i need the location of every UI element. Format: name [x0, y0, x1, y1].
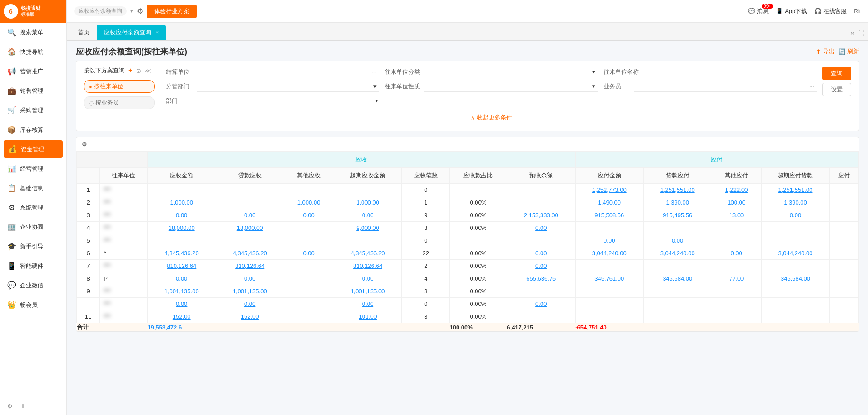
- settlement-unit-dots[interactable]: ···: [372, 68, 377, 75]
- table-cell[interactable]: 1,001,135.00: [216, 285, 284, 298]
- table-cell[interactable]: 1,001,135.00: [334, 285, 402, 298]
- sidebar-item-guide[interactable]: 🎓新手引导: [0, 237, 66, 256]
- table-cell[interactable]: [761, 260, 830, 272]
- table-cell[interactable]: 101.00: [334, 310, 402, 323]
- table-cell[interactable]: 810,126.64: [147, 260, 216, 272]
- table-cell[interactable]: 3,044,240.00: [575, 247, 643, 260]
- column-settings-icon[interactable]: ⚙: [82, 141, 87, 148]
- table-cell[interactable]: 0.00: [334, 298, 402, 310]
- scheme-by-vendor[interactable]: ● 按往来单位: [84, 80, 155, 93]
- table-cell[interactable]: [334, 234, 402, 247]
- table-cell[interactable]: 0.00: [284, 247, 334, 260]
- table-cell[interactable]: 0.00: [216, 209, 284, 222]
- table-cell[interactable]: 18,000.00: [216, 222, 284, 234]
- table-cell[interactable]: 4,345,436.20: [147, 247, 216, 260]
- table-cell[interactable]: 152.00: [147, 310, 216, 323]
- table-cell[interactable]: [507, 234, 575, 247]
- table-cell[interactable]: [712, 260, 761, 272]
- vendor-name-input[interactable]: [642, 67, 817, 77]
- table-cell[interactable]: [216, 184, 284, 196]
- table-cell[interactable]: 0.00: [507, 222, 575, 234]
- table-cell[interactable]: 915,508.56: [575, 209, 643, 222]
- table-cell[interactable]: [507, 184, 575, 196]
- vendor-category-select[interactable]: ▾: [424, 67, 598, 77]
- user-name[interactable]: Rit: [854, 8, 861, 14]
- table-cell[interactable]: [643, 310, 712, 323]
- sidebar-item-wechat[interactable]: 💬企业微信: [0, 276, 66, 295]
- table-cell[interactable]: 915,495.56: [643, 209, 712, 222]
- table-cell[interactable]: 9,000.00: [334, 222, 402, 234]
- pause-icon[interactable]: ⏸: [20, 403, 26, 410]
- table-cell[interactable]: [216, 196, 284, 209]
- table-cell[interactable]: 3,044,240.00: [643, 247, 712, 260]
- table-cell[interactable]: [761, 285, 830, 298]
- sidebar-item-basic[interactable]: 📋基础信息: [0, 178, 66, 198]
- sidebar-item-corp[interactable]: 🏢企业协同: [0, 217, 66, 237]
- table-cell[interactable]: [216, 234, 284, 247]
- scheme-by-salesman[interactable]: ◌ 按业务员: [84, 96, 155, 109]
- table-cell[interactable]: 152.00: [216, 310, 284, 323]
- table-cell[interactable]: [575, 222, 643, 234]
- sidebar-item-capital[interactable]: 💰资金管理: [4, 140, 63, 158]
- table-cell[interactable]: [761, 234, 830, 247]
- table-cell[interactable]: 1,251,551.00: [643, 184, 712, 196]
- tab-expand-icon[interactable]: ⛶: [858, 30, 864, 37]
- table-cell[interactable]: 0.00: [507, 298, 575, 310]
- export-button[interactable]: ⬆ 导出: [816, 48, 835, 56]
- table-cell[interactable]: 1,490.00: [575, 196, 643, 209]
- table-cell[interactable]: [643, 298, 712, 310]
- tab-home[interactable]: 首页: [71, 25, 97, 40]
- table-cell[interactable]: 810,126.64: [334, 260, 402, 272]
- table-cell[interactable]: [712, 298, 761, 310]
- sidebar-item-member[interactable]: 👑畅会员: [0, 295, 66, 315]
- table-cell[interactable]: 0.00: [507, 260, 575, 272]
- refresh-button[interactable]: 🔄 刷新: [838, 48, 859, 56]
- table-cell[interactable]: [284, 222, 334, 234]
- salesman-dots[interactable]: ···: [809, 83, 814, 90]
- table-cell[interactable]: [712, 285, 761, 298]
- table-cell[interactable]: [147, 234, 216, 247]
- table-cell[interactable]: [284, 234, 334, 247]
- table-cell[interactable]: 0.00: [643, 234, 712, 247]
- table-cell[interactable]: 1,390.00: [643, 196, 712, 209]
- table-cell[interactable]: [284, 184, 334, 196]
- message-button[interactable]: 💬 消息 99+: [748, 7, 769, 15]
- table-cell[interactable]: [643, 285, 712, 298]
- table-cell[interactable]: [284, 260, 334, 272]
- table-cell[interactable]: 0.00: [284, 209, 334, 222]
- sidebar-item-system[interactable]: ⚙系统管理: [0, 198, 66, 217]
- gear-icon[interactable]: ⚙: [7, 403, 13, 410]
- table-cell[interactable]: 1,222.00: [712, 184, 761, 196]
- setting-button[interactable]: 设置: [822, 83, 851, 96]
- collapse-scheme-icon[interactable]: ≪: [145, 67, 151, 74]
- vendor-nature-select[interactable]: ▾: [424, 81, 598, 92]
- table-cell[interactable]: 0.00: [147, 209, 216, 222]
- table-cell[interactable]: [761, 298, 830, 310]
- collapse-button[interactable]: ∧ 收起更多条件: [166, 110, 817, 125]
- table-cell[interactable]: 345,761.00: [575, 272, 643, 285]
- sidebar-item-operations[interactable]: 📊经营管理: [0, 159, 66, 178]
- table-cell[interactable]: 1,390.00: [761, 196, 830, 209]
- table-cell[interactable]: [643, 260, 712, 272]
- table-cell[interactable]: 1,000.00: [284, 196, 334, 209]
- table-cell[interactable]: [575, 298, 643, 310]
- settings-scheme-icon[interactable]: ⊙: [136, 67, 141, 74]
- table-cell[interactable]: 0.00: [216, 298, 284, 310]
- table-cell[interactable]: [284, 310, 334, 323]
- sidebar-item-sales[interactable]: 💼销售管理: [0, 81, 66, 100]
- table-cell[interactable]: [761, 222, 830, 234]
- table-cell[interactable]: [334, 184, 402, 196]
- sidebar-item-marketing[interactable]: 📢营销推广: [0, 62, 66, 81]
- table-cell[interactable]: [507, 285, 575, 298]
- tab-ar-ap[interactable]: 应收应付余额查询 ×: [97, 25, 166, 40]
- table-cell[interactable]: 77.00: [712, 272, 761, 285]
- table-cell[interactable]: [712, 234, 761, 247]
- table-cell[interactable]: 0.00: [216, 272, 284, 285]
- query-button[interactable]: 查询: [822, 67, 851, 80]
- table-cell[interactable]: [575, 310, 643, 323]
- table-cell[interactable]: [643, 222, 712, 234]
- table-cell[interactable]: 0.00: [575, 234, 643, 247]
- app-download-button[interactable]: 📱 App下载: [776, 7, 807, 15]
- add-scheme-icon[interactable]: +: [128, 67, 132, 75]
- table-cell[interactable]: 0.00: [712, 247, 761, 260]
